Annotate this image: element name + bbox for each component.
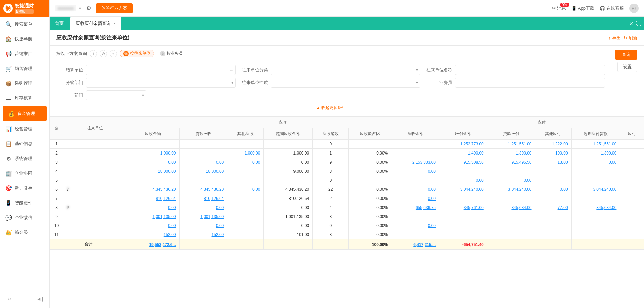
table-cell[interactable]: 915,508.56 [439, 158, 487, 167]
tab-home[interactable]: 首页 [50, 17, 69, 30]
table-cell[interactable]: 1,251,551.00 [571, 140, 620, 149]
table-cell[interactable] [227, 194, 264, 203]
filter-input-settlement[interactable]: ··· [86, 65, 236, 75]
sidebar-item-inventory[interactable]: 🏛 库存核算 [0, 91, 49, 105]
table-cell[interactable]: 1,251,551.00 [487, 140, 535, 149]
sidebar-item-finance[interactable]: 💰 资金管理 [3, 106, 47, 121]
table-cell[interactable]: 0.00 [126, 203, 179, 212]
table-cell[interactable]: 1,222.00 [535, 140, 571, 149]
table-cell[interactable]: 3,044,240.00 [439, 185, 487, 194]
table-cell[interactable]: 1,390.00 [487, 149, 535, 158]
table-container[interactable]: ⚙ 往来单位 应收 应付 应收金额 贷款应收 其他应收 超期应收金额 应收笔数 … [50, 117, 644, 308]
tab-close-icon[interactable]: × [113, 21, 116, 26]
table-cell[interactable] [391, 140, 439, 149]
table-cell[interactable]: 0.00 [391, 167, 439, 176]
table-cell[interactable] [535, 230, 571, 239]
filter-input-partner-nature[interactable]: ▾ [271, 78, 421, 88]
refresh-button[interactable]: ↻ 刷新 [624, 35, 637, 41]
table-cell[interactable] [535, 194, 571, 203]
topbar-gear-icon[interactable]: ⚙ [84, 4, 93, 13]
table-cell[interactable] [439, 212, 487, 221]
table-cell[interactable]: 0.00 [391, 221, 439, 230]
online-service-button[interactable]: 🎧 在线客服 [600, 5, 624, 11]
table-cell[interactable]: 18,000.00 [179, 167, 227, 176]
table-cell[interactable] [391, 212, 439, 221]
messages-button[interactable]: ✉ 消息 99+ [552, 5, 566, 11]
filter-collapse-button[interactable]: « [110, 50, 117, 57]
sidebar-item-wechat[interactable]: 💬 企业微信 [0, 210, 49, 225]
table-cell[interactable]: 1,252,773.00 [439, 140, 487, 149]
table-cell[interactable] [535, 212, 571, 221]
table-cell[interactable] [571, 194, 620, 203]
table-cell[interactable] [571, 230, 620, 239]
filter-input-partner-name[interactable] [455, 65, 605, 75]
topbar-dropdown-arrow[interactable]: ▾ [79, 6, 81, 11]
table-cell[interactable]: 0.00 [179, 158, 227, 167]
table-cell[interactable]: 4,345,436.20 [179, 185, 227, 194]
app-download-button[interactable]: 📱 App下载 [571, 5, 594, 11]
table-cell[interactable] [439, 194, 487, 203]
table-cell[interactable]: 0.00 [571, 158, 620, 167]
table-cell[interactable]: 655,636.75 [391, 203, 439, 212]
table-cell[interactable] [535, 221, 571, 230]
table-cell[interactable] [487, 221, 535, 230]
table-cell[interactable] [227, 140, 264, 149]
table-cell[interactable] [439, 221, 487, 230]
table-cell[interactable]: 1,490.00 [439, 149, 487, 158]
table-cell[interactable]: 0.00 [535, 185, 571, 194]
table-cell[interactable] [487, 194, 535, 203]
filter-scheme-button[interactable]: ⊙ [100, 50, 107, 57]
table-cell[interactable] [535, 167, 571, 176]
table-cell[interactable] [227, 212, 264, 221]
table-cell[interactable]: 345,761.00 [439, 203, 487, 212]
table-cell[interactable]: 13.00 [535, 158, 571, 167]
table-cell[interactable]: 1,001,135.00 [179, 212, 227, 221]
table-cell[interactable]: 810,126.64 [126, 194, 179, 203]
sidebar-item-enterprise[interactable]: 🏢 企业协同 [0, 166, 49, 181]
table-cell[interactable]: 0.00 [487, 176, 535, 185]
table-cell[interactable] [571, 176, 620, 185]
table-cell[interactable] [179, 140, 227, 149]
table-cell[interactable] [487, 230, 535, 239]
filter-by-salesperson-tag[interactable]: ⊙ 按业务员 [157, 50, 186, 57]
sidebar-item-basic[interactable]: 📋 基础信息 [0, 136, 49, 151]
sidebar-item-operation[interactable]: 📊 经营管理 [0, 122, 49, 136]
table-cell[interactable]: 345,684.00 [487, 203, 535, 212]
table-cell[interactable] [126, 140, 179, 149]
table-cell[interactable]: 0.00 [227, 185, 264, 194]
table-cell[interactable]: 0.00 [227, 158, 264, 167]
footer-settings-button[interactable]: ⚙ [4, 294, 14, 304]
footer-receivable-amount[interactable]: 19,553,472.6... [126, 239, 179, 250]
table-cell[interactable] [179, 149, 227, 158]
sidebar-item-sales[interactable]: 🛒 销售管理 [0, 61, 49, 76]
table-cell[interactable] [571, 167, 620, 176]
table-cell[interactable]: 100.00 [535, 149, 571, 158]
filter-input-salesperson[interactable]: ··· [455, 78, 605, 88]
sidebar-item-hardware[interactable]: 📱 智能硬件 [0, 195, 49, 210]
table-cell[interactable] [391, 149, 439, 158]
table-cell[interactable] [391, 230, 439, 239]
table-cell[interactable] [227, 167, 264, 176]
query-button[interactable]: 查询 [615, 50, 637, 60]
sidebar-item-search-menu[interactable]: 🔍 搜索菜单 [0, 17, 49, 32]
footer-collapse-button[interactable]: ◀▐ [35, 294, 45, 304]
tab-ar-ap[interactable]: 应收应付余额查询 × [70, 17, 121, 30]
table-cell[interactable]: 0.00 [179, 203, 227, 212]
table-cell[interactable]: 3,044,240.00 [571, 185, 620, 194]
sidebar-item-purchase[interactable]: 📦 采购管理 [0, 76, 49, 91]
solution-button[interactable]: 体验行业方案 [96, 3, 133, 13]
table-cell[interactable] [179, 176, 227, 185]
th-settings[interactable]: ⚙ [50, 117, 63, 140]
table-cell[interactable] [227, 230, 264, 239]
table-cell[interactable]: 1,001,135.00 [126, 212, 179, 221]
table-cell[interactable]: 18,000.00 [126, 167, 179, 176]
table-cell[interactable]: 0.00 [126, 158, 179, 167]
setting-button[interactable]: 设置 [617, 62, 637, 72]
table-cell[interactable]: 2,153,333.00 [391, 158, 439, 167]
filter-input-partner-category[interactable]: ▾ [271, 65, 421, 75]
table-cell[interactable]: 152.00 [179, 230, 227, 239]
table-cell[interactable]: 4,345,436.20 [126, 185, 179, 194]
export-button[interactable]: ↑ 导出 [609, 35, 621, 41]
sidebar-item-system[interactable]: ⚙ 系统管理 [0, 151, 49, 166]
table-cell[interactable] [126, 176, 179, 185]
